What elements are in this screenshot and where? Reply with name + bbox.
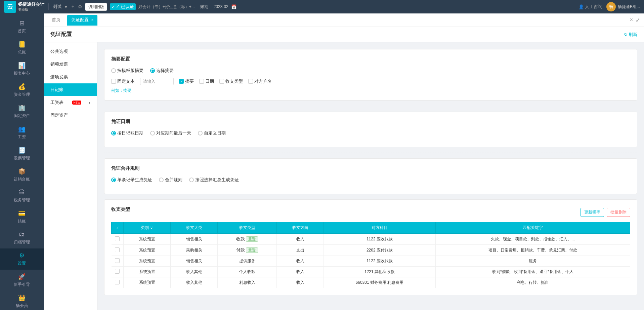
sidebar-item-home[interactable]: ⊞ 首页 <box>0 16 44 37</box>
sidebar-item-ledger[interactable]: 📒 总账 <box>0 37 44 59</box>
checkbox-fixed-text[interactable]: 固定文本 <box>111 78 135 84</box>
row5-sub-type: 利息收入 <box>218 277 276 288</box>
example-text: 例如：摘要 <box>111 88 630 93</box>
checkbox-summary[interactable]: ✓ 摘要 <box>179 78 194 84</box>
radio-template-summary[interactable]: 按模板版摘要 <box>111 68 143 74</box>
sidebar-label-archive: 归档管理 <box>14 239 30 245</box>
sidebar-item-settings[interactable]: ⚙ 设置 <box>0 248 44 270</box>
radio-circle-merge-rule <box>159 178 164 182</box>
left-nav-public[interactable]: 公共选项 <box>44 45 97 58</box>
th-checkbox: ✓ <box>112 222 124 234</box>
reset-tag-row1[interactable]: 重置 <box>246 236 258 242</box>
row5-direction: 收入 <box>276 277 324 288</box>
fixed-text-input[interactable] <box>140 78 174 85</box>
row1-checkbox[interactable] <box>112 234 124 245</box>
sidebar-item-archive[interactable]: 🗂 归档管理 <box>0 228 44 248</box>
reset-tag-row2[interactable]: 重置 <box>246 247 258 253</box>
sidebar-item-reports[interactable]: 📊 报表中心 <box>0 59 44 80</box>
voucher-date-section: 凭证日期 按日记账日期 对应期间最后一天 自定义日期 <box>104 112 637 147</box>
radio-select-merge[interactable]: 按照选择汇总生成凭证 <box>189 177 239 183</box>
left-nav-fixed-assets[interactable]: 固定资产 <box>44 109 97 122</box>
checkbox-box-date <box>199 79 204 84</box>
sidebar-item-guide[interactable]: 🚀 新手引导 <box>0 270 44 291</box>
settlement-icon: 💳 <box>18 210 26 217</box>
row4-checkbox[interactable] <box>112 267 124 277</box>
left-nav-wage-table[interactable]: 工资表 NEW › <box>44 96 97 109</box>
row2-subject: 2202 应付账款 <box>324 245 436 256</box>
left-nav-journal[interactable]: 日记账 <box>44 83 97 96</box>
refresh-button[interactable]: ↻ 刷新 <box>624 32 637 38</box>
batch-delete-button[interactable]: 批量删除 <box>607 208 630 217</box>
radio-period-last[interactable]: 对应期间最后一天 <box>150 130 191 136</box>
sidebar-label-tax: 税务管理 <box>14 197 30 203</box>
sidebar-label-purchase-sales: 进销台账 <box>14 177 30 182</box>
sidebar-item-purchase-sales[interactable]: 📦 进销台账 <box>0 164 44 186</box>
radio-select-summary[interactable]: 选择摘要 <box>150 68 174 74</box>
radio-label-select: 选择摘要 <box>156 68 174 74</box>
gear-icon[interactable]: ⚙ <box>78 4 82 9</box>
radio-single[interactable]: 单条记录生成凭证 <box>111 177 152 183</box>
table-row: 系统预置 销售相关 提供服务 收入 1122 应收账款 服务 <box>112 256 630 267</box>
radio-journal-date[interactable]: 按日记账日期 <box>111 130 143 136</box>
member-icon: 👑 <box>18 294 26 302</box>
row5-subject: 660301 财务费用 利息费用 <box>324 277 436 288</box>
checkbox-label-income-type: 收支类型 <box>225 78 243 84</box>
tab-label-voucher-config: 凭证配置 <box>71 17 89 22</box>
right-content: 摘要配置 按模板版摘要 选择摘要 <box>97 42 644 310</box>
tab-close-icon[interactable]: × <box>91 18 93 22</box>
summary-config-section: 摘要配置 按模板版摘要 选择摘要 <box>104 49 637 101</box>
customer-service-button[interactable]: 👤 人工咨询 <box>578 4 602 10</box>
logo-icon: 云 <box>4 1 16 13</box>
tab-bar: 首页 凭证配置 × × ⤢ <box>44 13 644 27</box>
row3-checkbox[interactable] <box>112 256 124 267</box>
add-icon[interactable]: ＋ <box>71 4 75 10</box>
service-icon: 👤 <box>578 4 584 9</box>
row2-category: 系统预置 <box>124 245 171 256</box>
sidebar-item-member[interactable]: 👑 畅会员 <box>0 291 44 310</box>
checkbox-label-counterpart: 对方户名 <box>254 78 272 84</box>
radio-circle-journal-date <box>111 131 116 135</box>
radio-circle-single <box>111 178 116 182</box>
close-window-icon[interactable]: × <box>630 17 633 23</box>
ledger-icon: 📒 <box>18 41 26 48</box>
row4-sub-type: 个人收款 <box>218 267 276 277</box>
maximize-icon[interactable]: ⤢ <box>636 17 640 23</box>
switch-version-button[interactable]: 切到旧版 <box>85 3 107 11</box>
radio-label-custom-date: 自定义日期 <box>204 130 226 136</box>
header-checkbox[interactable]: ✓ <box>115 226 120 230</box>
period-value[interactable]: 2023-02 <box>214 4 228 9</box>
voucher-merge-radio-group: 单条记录生成凭证 合并规则 按照选择汇总生成凭证 <box>111 177 630 183</box>
row5-category: 系统预置 <box>124 277 171 288</box>
row3-keywords: 服务 <box>435 256 630 267</box>
guide-icon: 🚀 <box>18 273 26 280</box>
checkbox-income-type[interactable]: 收支类型 <box>219 78 243 84</box>
settings-icon: ⚙ <box>19 252 25 259</box>
sidebar-item-fixed-assets[interactable]: 🏢 固定资产 <box>0 101 44 122</box>
sidebar-item-tax[interactable]: 🏛 税务管理 <box>0 186 44 206</box>
user-info: 畅 畅捷通B组... <box>606 2 640 11</box>
summary-config-title: 摘要配置 <box>111 56 630 62</box>
checkbox-counterpart[interactable]: 对方户名 <box>248 78 272 84</box>
radio-merge-rule[interactable]: 合并规则 <box>159 177 182 183</box>
calendar-icon[interactable]: 📅 <box>231 4 237 9</box>
purchase-sales-icon: 📦 <box>18 168 26 175</box>
checkbox-date[interactable]: 日期 <box>199 78 214 84</box>
tab-voucher-config[interactable]: 凭证配置 × <box>67 15 97 26</box>
refresh-icon: ↻ <box>624 32 628 37</box>
sidebar-item-funds[interactable]: 💰 资金管理 <box>0 80 44 101</box>
tab-controls: × ⤢ <box>630 17 640 23</box>
avatar: 畅 <box>606 2 616 11</box>
tab-home[interactable]: 首页 <box>48 15 65 26</box>
sidebar-item-salary[interactable]: 👥 工资 <box>0 122 44 143</box>
divider <box>48 3 49 10</box>
row5-checkbox[interactable] <box>112 277 124 288</box>
current-company[interactable]: 测试 <box>53 4 61 10</box>
dropdown-arrow-icon[interactable]: ▾ <box>65 4 67 9</box>
sidebar-item-invoice-mgmt[interactable]: 🧾 发票管理 <box>0 143 44 164</box>
left-nav-sales-invoice[interactable]: 销项发票 <box>44 58 97 71</box>
sidebar-item-settlement[interactable]: 💳 结账 <box>0 206 44 228</box>
radio-custom-date[interactable]: 自定义日期 <box>198 130 226 136</box>
row2-checkbox[interactable] <box>112 245 124 256</box>
left-nav-purchase-invoice[interactable]: 进项发票 <box>44 71 97 83</box>
update-tax-rate-button[interactable]: 更新税率 <box>581 208 604 217</box>
